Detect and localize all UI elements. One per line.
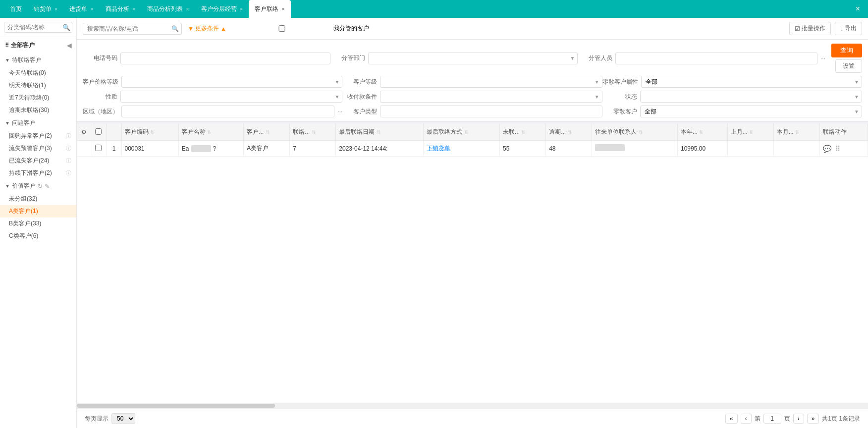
phone-input[interactable] [120, 53, 330, 64]
payment-select[interactable] [380, 91, 602, 103]
first-page-button[interactable]: « [725, 414, 738, 424]
page-input[interactable] [763, 414, 781, 424]
close-sales-order-icon[interactable]: × [54, 6, 57, 12]
customer-type-label: 客户类型 [342, 107, 377, 116]
table-header-row: ⚙ 客户编码 ⇅ 客户名称 ⇅ [77, 124, 868, 141]
close-purchase-order-icon[interactable]: × [90, 6, 93, 12]
region-ellipsis-icon[interactable]: ··· [337, 108, 342, 115]
close-product-analysis-list-icon[interactable]: × [186, 6, 189, 12]
nav-home[interactable]: 首页 [4, 0, 28, 18]
content-area: 🔍 ▼ 更多条件 ▲ 我分管的客户 ☑ 批量操作 ↓ 导出 [77, 18, 868, 428]
customer-level-select[interactable] [380, 76, 602, 88]
message-action-icon[interactable]: 💬 [823, 145, 831, 153]
edit-icon[interactable]: ✎ [45, 183, 50, 190]
dept-select[interactable] [368, 53, 578, 64]
table-row: 1 000031 Ea ? A [77, 141, 868, 157]
sidebar-item-tomorrow-contact[interactable]: 明天待联络(1) [0, 79, 76, 92]
sidebar-item-declining[interactable]: 持续下滑客户(2) ⓘ [0, 167, 76, 179]
th-this-year[interactable]: 本年... ⇅ [678, 124, 728, 141]
info-icon-1: ⓘ [66, 145, 71, 152]
th-settings[interactable]: ⚙ [77, 124, 92, 141]
person-input[interactable] [615, 53, 817, 64]
main-search-icon[interactable]: 🔍 [171, 25, 179, 32]
batch-operation-button[interactable]: ☑ 批量操作 [789, 22, 831, 35]
nature-select[interactable] [120, 91, 342, 103]
select-all-checkbox[interactable] [95, 128, 102, 135]
td-action: 💬 ⠿ [819, 141, 868, 157]
th-level[interactable]: 客户... ⇅ [244, 124, 290, 141]
main-search-input[interactable] [83, 23, 182, 35]
nav-product-analysis[interactable]: 商品分析 × [100, 0, 141, 18]
sort-contact-icon: ⇅ [312, 129, 316, 135]
prev-page-button[interactable]: ‹ [741, 414, 752, 424]
nature-cell: 性质 ▼ [83, 91, 342, 103]
th-no-contact[interactable]: 未联... ⇅ [500, 124, 546, 141]
window-close-button[interactable]: × [852, 4, 864, 13]
my-customers-checkbox-wrap[interactable]: 我分管的客户 [232, 24, 369, 33]
settings-button[interactable]: 设置 [835, 59, 862, 73]
retail-customer-select[interactable]: 全部 [640, 106, 862, 117]
region-input[interactable] [121, 106, 334, 117]
td-checkbox[interactable] [92, 141, 107, 157]
refresh-icon[interactable]: ↻ [38, 183, 43, 190]
horizontal-scrollbar[interactable] [77, 403, 868, 409]
sidebar-all-customers-header[interactable]: ⠿ 全部客户 ◀ [0, 37, 76, 54]
th-contact-count[interactable]: 联络... ⇅ [290, 124, 336, 141]
nav-customer-contact[interactable]: 客户联络 × [249, 0, 290, 18]
status-label: 状态 [602, 93, 637, 101]
scrollbar-thumb[interactable] [77, 404, 275, 408]
nav-customer-tier[interactable]: 客户分层经营 × [195, 0, 249, 18]
price-level-select[interactable] [121, 76, 342, 88]
dept-label: 分管部门 [330, 54, 365, 62]
th-checkbox[interactable] [92, 124, 107, 141]
customer-type-input[interactable] [380, 106, 602, 117]
close-customer-contact-icon[interactable]: × [281, 6, 284, 12]
sidebar-item-churn-warning[interactable]: 流失预警客户(3) ⓘ [0, 142, 76, 155]
sort-unit-icon: ⇅ [639, 129, 643, 135]
per-page-select[interactable]: 50 [111, 413, 135, 424]
filter-icon: ▼ [188, 25, 194, 32]
sidebar-item-no-group[interactable]: 未分组(32) [0, 193, 76, 205]
th-name[interactable]: 客户名称 ⇅ [178, 124, 243, 141]
sidebar-item-churned[interactable]: 已流失客户(24) ⓘ [0, 155, 76, 167]
more-action-icon[interactable]: ⠿ [835, 145, 840, 153]
th-unit-contact[interactable]: 往来单位联系人 ⇅ [592, 124, 678, 141]
close-product-analysis-icon[interactable]: × [132, 6, 135, 12]
sidebar-section-pending-contact[interactable]: ▼ 待联络客户 [0, 54, 76, 67]
last-method-link[interactable]: 下销货单 [427, 145, 450, 152]
sidebar-collapse-icon[interactable]: ◀ [67, 42, 71, 49]
sidebar-item-7days-contact[interactable]: 近7天待联络(0) [0, 92, 76, 104]
export-button[interactable]: ↓ 导出 [835, 22, 862, 35]
th-code[interactable]: 客户编码 ⇅ [121, 124, 178, 141]
customer-level-cell: 客户等级 ▼ [342, 76, 602, 88]
nav-purchase-order[interactable]: 进货单 × [63, 0, 99, 18]
customer-type-cell: 客户类型 [342, 106, 602, 117]
sidebar-item-abnormal-repurchase[interactable]: 回购异常客户(2) ⓘ [0, 130, 76, 142]
info-icon-0: ⓘ [66, 132, 71, 140]
th-last-method[interactable]: 最后联络方式 ⇅ [424, 124, 500, 141]
person-ellipsis-icon[interactable]: ··· [820, 55, 825, 62]
my-customers-checkbox[interactable] [232, 25, 331, 32]
th-overdue[interactable]: 逾期... ⇅ [546, 124, 592, 141]
next-page-button[interactable]: › [793, 414, 804, 424]
status-select[interactable] [640, 91, 862, 103]
retail-attr-select[interactable]: 全部 [641, 76, 862, 88]
last-page-button[interactable]: » [807, 414, 819, 424]
close-customer-tier-icon[interactable]: × [240, 6, 243, 12]
th-last-month[interactable]: 上月... ⇅ [727, 124, 773, 141]
sidebar-item-today-contact[interactable]: 今天待联络(0) [0, 67, 76, 79]
nav-product-analysis-list[interactable]: 商品分析列表 × [141, 0, 195, 18]
sidebar-section-value-customers[interactable]: ▼ 价值客户 ↻ ✎ [0, 179, 76, 193]
sidebar-item-class-c[interactable]: C类客户(6) [0, 230, 76, 242]
row-checkbox[interactable] [95, 145, 102, 151]
th-this-month[interactable]: 本月... ⇅ [773, 124, 819, 141]
sidebar-item-class-b[interactable]: B类客户(33) [0, 217, 76, 230]
th-last-date[interactable]: 最后联络日期 ⇅ [336, 124, 424, 141]
sidebar-item-class-a[interactable]: A类客户(1) [0, 205, 76, 217]
query-button[interactable]: 查询 [831, 44, 862, 57]
nav-sales-order[interactable]: 销货单 × [28, 0, 63, 18]
more-conditions-button[interactable]: ▼ 更多条件 ▲ [188, 24, 226, 33]
sidebar-item-overdue-contact[interactable]: 逾期未联络(30) [0, 104, 76, 116]
region-label: 区域（地区） [83, 107, 118, 116]
sidebar-section-problem-customers[interactable]: ▼ 问题客户 [0, 116, 76, 130]
